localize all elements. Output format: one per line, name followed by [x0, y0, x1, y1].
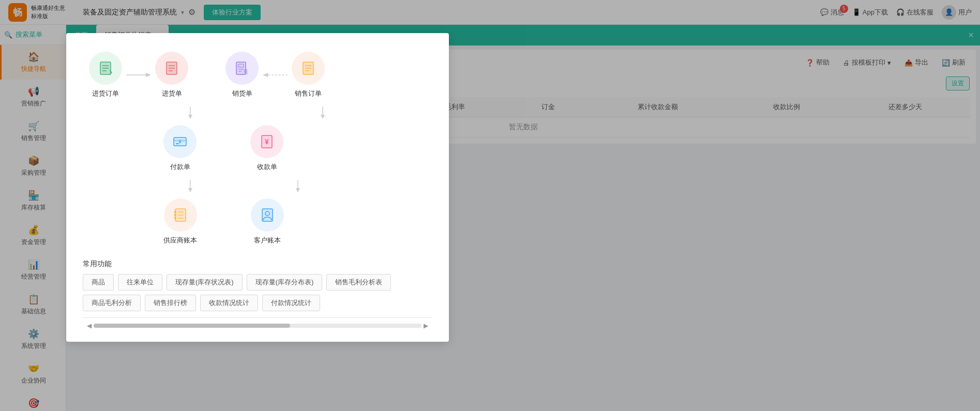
- payment-icon: ¥: [163, 125, 197, 158]
- func-btn-0[interactable]: 商品: [83, 274, 114, 291]
- flow-node-purchase-bill[interactable]: 进货单: [149, 45, 194, 104]
- customer-ledger-icon: [251, 199, 284, 232]
- func-btn-8[interactable]: 付款情况统计: [262, 295, 320, 311]
- scroll-left-arrow[interactable]: ◀: [87, 322, 92, 329]
- flow-node-customer-ledger[interactable]: 客户账本: [245, 192, 290, 251]
- func-btn-7[interactable]: 收款情况统计: [200, 295, 258, 311]
- svg-marker-18: [263, 73, 268, 77]
- func-btn-2[interactable]: 现存量(库存状况表): [167, 274, 243, 291]
- svg-rect-41: [174, 217, 176, 219]
- flow-node-receipt[interactable]: ¥ 收款单: [244, 119, 290, 178]
- purchase-bill-icon: [155, 52, 188, 85]
- func-btn-4[interactable]: 销售毛利分析表: [326, 274, 391, 291]
- flow-node-purchase-order[interactable]: 进货订单: [83, 45, 128, 104]
- scroll-thumb[interactable]: [94, 324, 290, 328]
- flow-node-sale-order[interactable]: 销售订单: [285, 45, 331, 104]
- func-btn-1[interactable]: 往来单位: [118, 274, 162, 291]
- purchase-order-icon: [89, 52, 122, 85]
- func-buttons: 商品往来单位现存量(库存状况表)现存量(库存分布表)销售毛利分析表商品毛利分析销…: [83, 274, 432, 311]
- func-btn-5[interactable]: 商品毛利分析: [83, 295, 141, 311]
- scroll-right-arrow[interactable]: ▶: [424, 322, 428, 329]
- common-func-section: 常用功能 商品往来单位现存量(库存状况表)现存量(库存分布表)销售毛利分析表商品…: [83, 260, 432, 311]
- scrollbar-area: ◀ ▶: [83, 317, 432, 333]
- func-btn-6[interactable]: 销售排行榜: [145, 295, 196, 311]
- svg-marker-25: [188, 115, 192, 119]
- svg-text:¥: ¥: [178, 139, 182, 145]
- common-func-title: 常用功能: [83, 260, 432, 269]
- func-btn-3[interactable]: 现存量(库存分布表): [247, 274, 323, 291]
- svg-marker-35: [188, 188, 192, 192]
- svg-marker-27: [321, 115, 325, 119]
- sale-bill-icon: [225, 52, 259, 85]
- svg-rect-45: [262, 209, 273, 221]
- svg-rect-40: [174, 214, 176, 216]
- flow-node-payment[interactable]: ¥ 付款单: [157, 119, 203, 178]
- flow-node-sale-bill[interactable]: 销货单: [219, 45, 265, 104]
- flow-node-supplier-ledger[interactable]: 供应商账本: [157, 192, 203, 251]
- svg-text:¥: ¥: [265, 138, 269, 146]
- svg-marker-37: [296, 188, 300, 192]
- receipt-icon: ¥: [250, 125, 283, 158]
- flow-panel: 进货订单 进货单: [66, 33, 449, 342]
- sale-order-icon: [292, 52, 325, 85]
- scroll-track[interactable]: [94, 324, 421, 328]
- supplier-ledger-icon: [164, 199, 197, 232]
- overlay[interactable]: 进货订单 进货单: [0, 0, 980, 411]
- svg-rect-39: [174, 211, 176, 213]
